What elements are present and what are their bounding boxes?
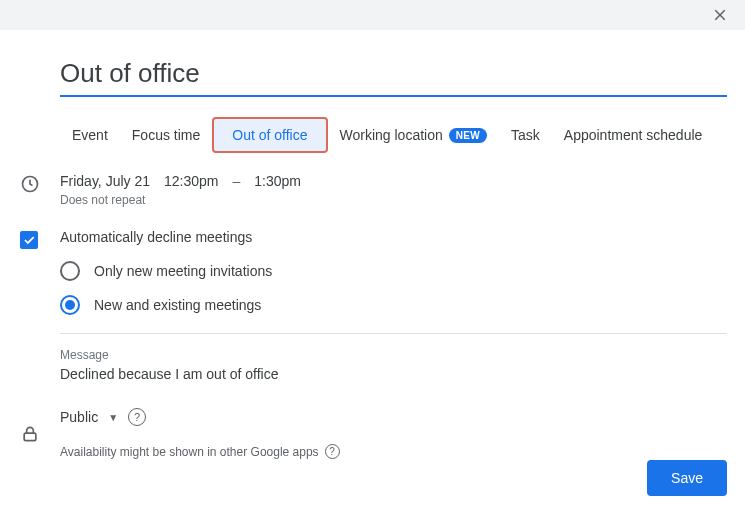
- tab-working-location-label: Working location: [340, 127, 443, 143]
- time-dash: –: [232, 173, 240, 189]
- visibility-value: Public: [60, 409, 98, 425]
- visibility-select[interactable]: Public ▼: [60, 409, 118, 425]
- end-time: 1:30pm: [254, 173, 301, 189]
- tab-event[interactable]: Event: [60, 117, 120, 153]
- radio-new-and-existing-label: New and existing meetings: [94, 297, 261, 313]
- tab-out-of-office[interactable]: Out of office: [212, 117, 327, 153]
- tab-task[interactable]: Task: [499, 117, 552, 153]
- chevron-down-icon: ▼: [108, 412, 118, 423]
- message-text[interactable]: Declined because I am out of office: [60, 366, 727, 382]
- clock-icon: [18, 173, 60, 194]
- radio-icon: [60, 261, 80, 281]
- availability-note-text: Availability might be shown in other Goo…: [60, 445, 319, 459]
- start-time: 12:30pm: [164, 173, 218, 189]
- event-title: Out of office: [60, 58, 727, 89]
- save-button[interactable]: Save: [647, 460, 727, 496]
- close-icon[interactable]: [711, 6, 729, 28]
- message-label: Message: [60, 348, 727, 362]
- datetime-row[interactable]: Friday, July 21 12:30pm – 1:30pm: [60, 173, 727, 189]
- dialog-topbar: [0, 0, 745, 30]
- divider: [60, 333, 727, 334]
- tab-appointment-schedule[interactable]: Appointment schedule: [552, 117, 715, 153]
- help-icon[interactable]: ?: [128, 408, 146, 426]
- lock-icon: [18, 423, 60, 444]
- radio-icon: [60, 295, 80, 315]
- date-label: Friday, July 21: [60, 173, 150, 189]
- radio-only-new-label: Only new meeting invitations: [94, 263, 272, 279]
- tab-working-location[interactable]: Working location NEW: [328, 117, 499, 153]
- radio-only-new[interactable]: Only new meeting invitations: [60, 261, 727, 281]
- recurrence-label[interactable]: Does not repeat: [60, 193, 727, 207]
- event-type-tabs: Event Focus time Out of office Working l…: [60, 117, 727, 153]
- title-input-wrap[interactable]: Out of office: [60, 58, 727, 97]
- tab-focus-time[interactable]: Focus time: [120, 117, 212, 153]
- svg-rect-1: [24, 433, 36, 441]
- radio-new-and-existing[interactable]: New and existing meetings: [60, 295, 727, 315]
- help-icon[interactable]: ?: [325, 444, 340, 459]
- auto-decline-checkbox[interactable]: [20, 231, 38, 249]
- auto-decline-label: Automatically decline meetings: [60, 229, 727, 245]
- checkbox-column: [18, 229, 60, 249]
- decline-radio-group: Only new meeting invitations New and exi…: [60, 261, 727, 315]
- new-badge: NEW: [449, 128, 487, 143]
